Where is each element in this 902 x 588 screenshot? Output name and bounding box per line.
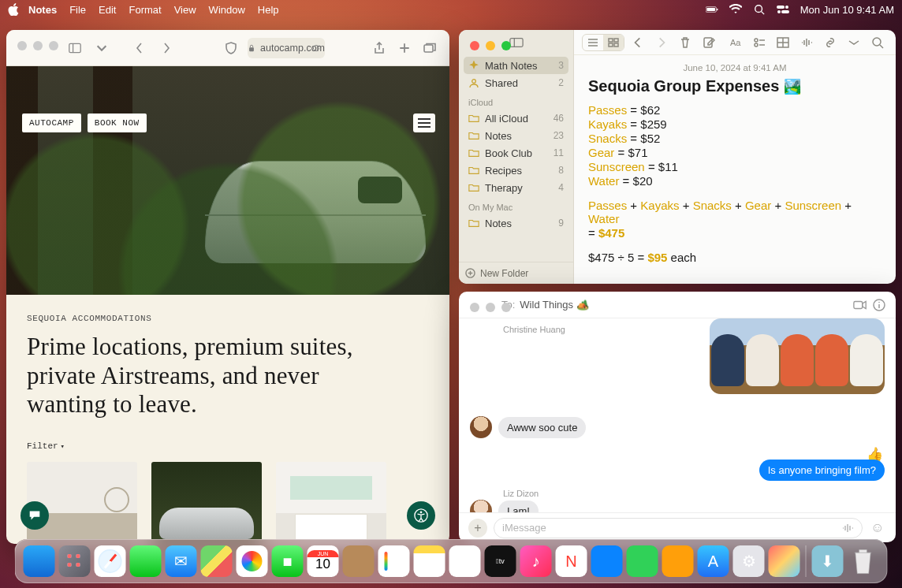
hamburger-menu-icon[interactable] [413,114,435,132]
book-now-button[interactable]: BOOK NOW [88,114,147,132]
dock-dl[interactable]: ⬇︎ [812,545,844,577]
list-view-icon[interactable] [583,35,603,50]
sidebar-item-math-notes[interactable]: Math Notes3 [464,57,568,74]
attach-plus-icon[interactable]: + [468,519,487,538]
sidebar-item-therapy[interactable]: Therapy4 [464,179,568,196]
message-bubble[interactable]: Is anyone bringing film? [759,460,885,481]
apple-logo-icon[interactable] [8,3,20,16]
dock-app-reminders[interactable] [378,545,410,577]
brand-logo[interactable]: AUTOCAMP [22,114,81,132]
dock-app-launch[interactable] [59,545,91,577]
gallery-view-icon[interactable] [603,35,624,50]
privacy-shield-icon[interactable] [221,39,241,57]
menubar-clock[interactable]: Mon Jun 10 9:41 AM [800,4,894,16]
accommodation-card[interactable] [276,462,386,544]
note-body[interactable]: June 10, 2024 at 9:41 AM Sequoia Group E… [574,55,896,273]
chat-fab-icon[interactable] [20,501,49,530]
compose-note-icon[interactable] [699,34,719,51]
forward-icon[interactable] [651,34,672,51]
dock-app-notes[interactable] [414,545,445,577]
checklist-icon[interactable] [749,34,770,51]
info-icon[interactable] [872,299,886,311]
new-folder-button[interactable]: New Folder [459,262,573,284]
menu-file[interactable]: File [69,4,86,16]
message-bubble[interactable]: Awww soo cute [498,417,586,438]
trash-icon[interactable] [675,34,695,51]
back-icon[interactable] [628,34,648,51]
dock-app-mail[interactable]: ✉︎ [166,545,197,577]
dock-app-maps[interactable] [201,545,233,577]
dock-app-freeform[interactable]: 〰 [449,545,481,577]
conversation-scroll[interactable]: Christine HuangAwww soo cute👍Is anyone b… [459,318,896,512]
messages-traffic-lights[interactable] [470,303,511,312]
image-attachment[interactable] [710,318,885,394]
accessibility-fab-icon[interactable] [407,501,435,530]
menu-format[interactable]: Format [129,4,161,16]
audio-note-icon[interactable] [796,34,817,51]
menu-window[interactable]: Window [209,4,245,16]
table-icon[interactable] [773,34,793,51]
search-icon[interactable] [867,34,888,51]
address-bar[interactable]: autocamp.com [248,38,325,58]
accommodation-card[interactable] [27,462,137,544]
new-tab-icon[interactable] [394,39,415,57]
sidebar-item-book-club[interactable]: Book Club11 [464,144,568,162]
battery-icon[interactable] [706,4,718,15]
wifi-icon[interactable] [729,4,742,15]
format-text-icon[interactable]: Aa [725,34,746,51]
menu-app-name[interactable]: Notes [28,4,57,16]
dock-app-settings[interactable]: ⚙︎ [733,545,765,577]
tabs-overview-icon[interactable] [419,39,440,57]
avatar[interactable] [470,416,492,438]
message-input[interactable]: iMessage [494,518,863,538]
dock-app-numbers[interactable] [627,545,658,577]
dock-app-keynote[interactable] [591,545,623,577]
sidebar-item-notes[interactable]: Notes23 [464,127,568,144]
safari-traffic-lights[interactable] [17,41,58,50]
dock-app-facetime[interactable]: ■ [272,545,304,577]
dock-trash[interactable] [848,545,879,577]
dock-app-finder[interactable] [24,545,55,577]
dock-app-safari[interactable] [95,545,126,577]
sidebar-toggle-icon[interactable] [65,39,85,57]
dock-app-news[interactable]: N [556,545,587,577]
message-bubble[interactable]: I am! [498,501,539,512]
dock-app-tv[interactable]: tv [485,545,516,577]
link-icon[interactable] [820,34,840,51]
more-icon[interactable] [844,34,864,51]
sidebar-item-notes[interactable]: Notes9 [464,214,568,232]
dock-app-pages[interactable] [662,545,694,577]
filter-dropdown[interactable]: Filter [27,441,429,451]
sidebar-item-recipes[interactable]: Recipes8 [464,162,568,179]
dock-app-contacts[interactable] [343,545,375,577]
dock-app-store[interactable]: A [698,545,729,577]
sidebar-item-shared[interactable]: Shared2 [464,74,568,91]
dock-app-mirror[interactable] [769,545,800,577]
notes-traffic-lights[interactable] [470,41,511,50]
folder-icon [468,183,479,192]
sidebar-item-all-icloud[interactable]: All iCloud46 [464,110,568,127]
avatar[interactable] [470,500,492,512]
share-icon[interactable] [369,39,390,57]
spotlight-icon[interactable] [753,4,766,15]
refresh-icon[interactable] [312,44,320,52]
dock-app-photos[interactable] [237,545,268,577]
back-icon[interactable] [129,39,150,57]
emoji-picker-icon[interactable]: ☺︎ [869,520,886,536]
conversation-title[interactable]: Wild Things 🏕️ [520,299,588,311]
chevron-down-icon[interactable] [91,39,112,57]
dock-app-cal[interactable]: JUN10 [308,545,339,577]
facetime-video-icon[interactable] [853,299,867,311]
view-mode-segment[interactable] [582,34,624,51]
waveform-icon[interactable] [841,522,854,534]
menu-view[interactable]: View [174,4,196,16]
accommodation-card[interactable] [151,462,262,544]
dock-app-messages[interactable] [130,545,162,577]
menu-edit[interactable]: Edit [99,4,116,16]
sidebar-toggle-icon[interactable] [509,37,524,48]
forward-icon[interactable] [156,39,177,57]
menu-help[interactable]: Help [258,4,279,16]
dock-app-music[interactable]: ♪ [520,545,552,577]
airstream-illustration [205,161,426,263]
control-center-icon[interactable] [777,4,789,15]
